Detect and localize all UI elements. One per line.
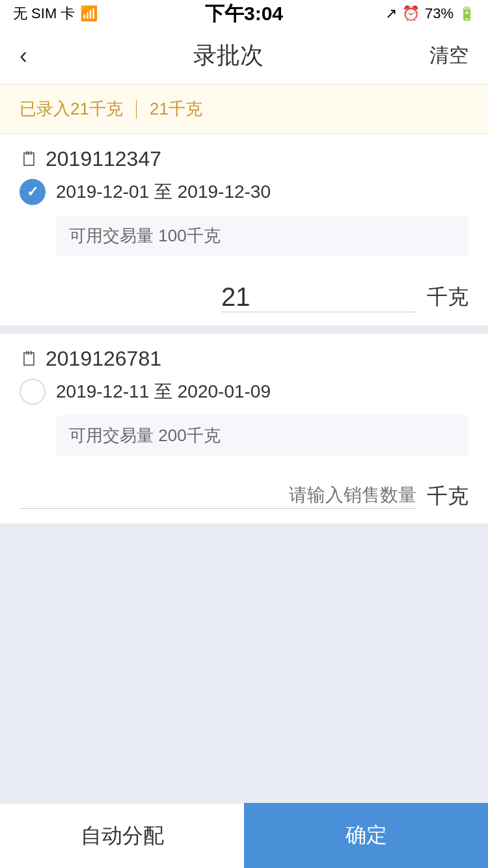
batch-1-number: 2019112347 — [46, 147, 161, 171]
wifi-icon: 📶 — [80, 5, 98, 22]
status-bar: 无 SIM 卡 📶 下午3:04 ↗ ⏰ 73% 🔋 — [0, 0, 488, 27]
batch-1-date-row: 2019-12-01 至 2019-12-30 — [20, 179, 468, 205]
batch-separator — [0, 326, 488, 334]
nav-bar: ‹ 录批次 清空 — [0, 27, 488, 85]
alarm-icon: ⏰ — [402, 5, 420, 22]
batch-2-header: 🗒 2019126781 — [20, 347, 468, 371]
batch-2-number: 2019126781 — [46, 347, 161, 371]
batch-1-checkbox[interactable] — [20, 179, 46, 205]
batch-1-quantity: 可用交易量 100千克 — [56, 215, 468, 256]
doc-icon-2: 🗒 — [20, 348, 39, 370]
batch-2-checkbox[interactable] — [20, 379, 46, 405]
batch-item-2: 🗒 2019126781 2019-12-11 至 2020-01-09 可用交… — [0, 334, 488, 476]
page-title: 录批次 — [193, 40, 264, 72]
carrier-text: 无 SIM 卡 — [13, 4, 75, 23]
location-icon: ↗ — [385, 5, 397, 22]
batch-2-unit: 千克 — [427, 482, 468, 511]
status-time: 下午3:04 — [205, 1, 283, 27]
status-right: ↗ ⏰ 73% 🔋 — [385, 5, 475, 22]
batch-1-input-value[interactable]: 21 — [221, 282, 251, 311]
total-label: 21千克 — [150, 98, 202, 120]
back-button[interactable]: ‹ — [20, 42, 27, 70]
battery-text: 73% — [425, 5, 454, 22]
batch-2-input-wrap[interactable] — [20, 485, 416, 509]
summary-divider — [136, 100, 137, 118]
batch-list: 🗒 2019112347 2019-12-01 至 2019-12-30 可用交… — [0, 134, 488, 524]
battery-icon: 🔋 — [459, 6, 475, 21]
batch-2-quantity: 可用交易量 200千克 — [56, 415, 468, 456]
batch-2-input[interactable] — [20, 485, 416, 506]
batch-1-input-row: 21 千克 — [0, 276, 488, 326]
recorded-label: 已录入21千克 — [20, 98, 123, 120]
confirm-button[interactable]: 确定 — [244, 803, 488, 868]
batch-2-date: 2019-12-11 至 2020-01-09 — [56, 379, 271, 404]
batch-1-header: 🗒 2019112347 — [20, 147, 468, 171]
auto-distribute-button[interactable]: 自动分配 — [0, 803, 244, 868]
batch-1-date: 2019-12-01 至 2019-12-30 — [56, 180, 271, 204]
content-spacer — [0, 524, 488, 824]
batch-item-1: 🗒 2019112347 2019-12-01 至 2019-12-30 可用交… — [0, 134, 488, 276]
bottom-bar: 自动分配 确定 — [0, 803, 488, 868]
status-left: 无 SIM 卡 📶 — [13, 4, 98, 23]
batch-1-unit: 千克 — [427, 283, 468, 312]
batch-2-date-row: 2019-12-11 至 2020-01-09 — [20, 379, 468, 405]
batch-2-input-row: 千克 — [0, 476, 488, 524]
summary-banner: 已录入21千克 21千克 — [0, 85, 488, 134]
batch-1-input-underline: 21 — [221, 282, 416, 312]
doc-icon-1: 🗒 — [20, 148, 39, 170]
clear-button[interactable]: 清空 — [429, 42, 468, 69]
